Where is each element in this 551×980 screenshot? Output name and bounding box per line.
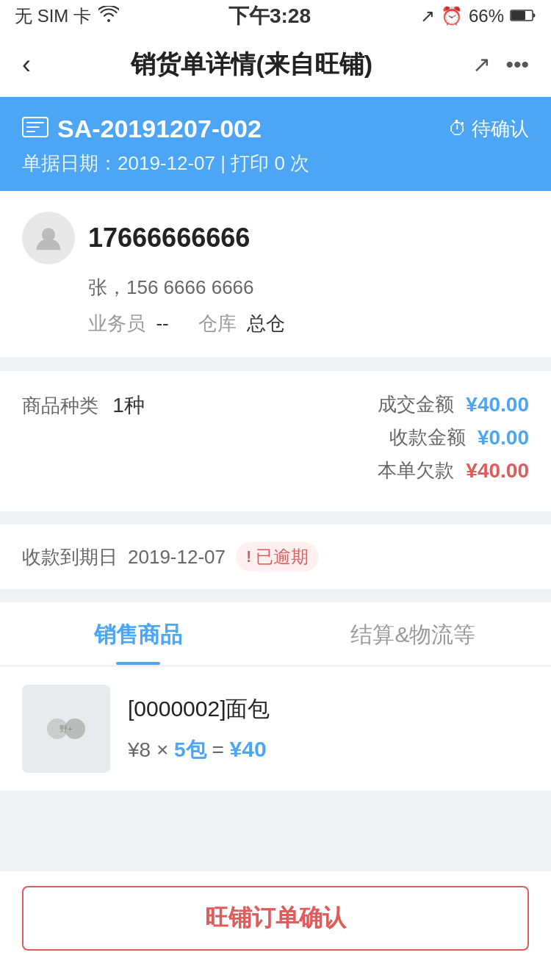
received-value: ¥0.00 xyxy=(478,426,529,450)
customer-meta: 业务员 -- 仓库 总仓 xyxy=(22,311,529,336)
category-value: 1种 xyxy=(112,394,145,417)
due-date: 2019-12-07 xyxy=(128,546,226,569)
product-thumbnail: 野+ xyxy=(22,685,110,773)
product-price: ¥8 × 5包 = ¥40 xyxy=(128,736,529,764)
tabs-container: 销售商品 结算&物流等 xyxy=(0,602,551,666)
nav-actions: ↗ ••• xyxy=(472,51,529,77)
equals-sign: = xyxy=(212,738,229,761)
tab-settlement[interactable]: 结算&物流等 xyxy=(276,602,551,665)
order-status: ⏱ 待确认 xyxy=(448,116,529,142)
deal-value: ¥40.00 xyxy=(466,393,529,417)
summary-left: 商品种类 1种 xyxy=(22,392,145,419)
overdue-badge: ! 已逾期 xyxy=(236,542,319,572)
warehouse-value: 总仓 xyxy=(247,312,285,334)
status-left: 无 SIM 卡 xyxy=(15,4,119,28)
unit-price: ¥8 xyxy=(128,738,151,761)
alert-icon: ! xyxy=(246,547,251,566)
nav-bar: ‹ 销货单详情(来自旺铺) ↗ ••• xyxy=(0,32,551,97)
order-header: SA-20191207-002 ⏱ 待确认 单据日期：2019-12-07 | … xyxy=(0,97,551,191)
product-qty: 5包 xyxy=(174,738,206,761)
more-icon[interactable]: ••• xyxy=(505,52,529,77)
back-button[interactable]: ‹ xyxy=(22,49,31,80)
summary-right: 成交金额 ¥40.00 收款金额 ¥0.00 本单欠款 ¥40.00 xyxy=(378,392,529,491)
product-name: [0000002]面包 xyxy=(128,694,529,724)
category-label: 商品种类 xyxy=(22,394,98,417)
wifi-icon xyxy=(98,6,119,26)
warehouse-label: 仓库 xyxy=(198,312,237,334)
owe-value: ¥40.00 xyxy=(466,459,529,483)
product-info: [0000002]面包 ¥8 × 5包 = ¥40 xyxy=(128,694,529,764)
share-icon[interactable]: ↗ xyxy=(472,51,491,77)
svg-text:野+: 野+ xyxy=(60,724,72,733)
overdue-text: 已逾期 xyxy=(256,545,309,569)
order-id: SA-20191207-002 xyxy=(22,115,262,143)
order-meta: 单据日期：2019-12-07 | 打印 0 次 xyxy=(22,151,529,176)
battery-level: 66% xyxy=(469,6,504,26)
received-label: 收款金额 xyxy=(389,425,466,450)
due-card: 收款到期日 2019-12-07 ! 已逾期 xyxy=(0,525,551,589)
confirm-button[interactable]: 旺铺订单确认 xyxy=(22,886,529,951)
product-total: ¥40 xyxy=(230,737,267,761)
due-label: 收款到期日 xyxy=(22,544,118,570)
status-time: 下午3:28 xyxy=(228,2,311,30)
multiply-sign: × xyxy=(156,738,174,761)
clock-icon: ⏱ xyxy=(448,118,467,140)
salesperson-value: -- xyxy=(156,312,168,334)
sim-label: 无 SIM 卡 xyxy=(15,4,91,28)
location-icon: ↗ xyxy=(420,6,435,26)
status-bar: 无 SIM 卡 下午3:28 ↗ ⏰ 66% xyxy=(0,0,551,32)
customer-name: 张，156 6666 6666 xyxy=(22,275,529,300)
summary-card: 商品种类 1种 成交金额 ¥40.00 收款金额 ¥0.00 本单欠款 ¥40.… xyxy=(0,371,551,511)
product-card: 野+ [0000002]面包 ¥8 × 5包 = ¥40 xyxy=(0,667,551,790)
alarm-icon: ⏰ xyxy=(441,6,463,26)
tab-sales-product[interactable]: 销售商品 xyxy=(0,602,276,665)
customer-phone: 17666666666 xyxy=(88,223,250,253)
customer-card: 17666666666 张，156 6666 6666 业务员 -- 仓库 总仓 xyxy=(0,191,551,358)
status-right: ↗ ⏰ 66% xyxy=(420,6,536,26)
order-icon xyxy=(22,115,48,143)
deal-label: 成交金额 xyxy=(378,392,454,417)
salesperson-label: 业务员 xyxy=(88,312,145,334)
page-title: 销货单详情(来自旺铺) xyxy=(131,48,372,82)
bottom-bar: 旺铺订单确认 xyxy=(0,871,551,980)
svg-rect-1 xyxy=(511,11,525,20)
battery-icon xyxy=(510,6,536,26)
avatar xyxy=(22,212,75,264)
owe-label: 本单欠款 xyxy=(378,458,454,483)
